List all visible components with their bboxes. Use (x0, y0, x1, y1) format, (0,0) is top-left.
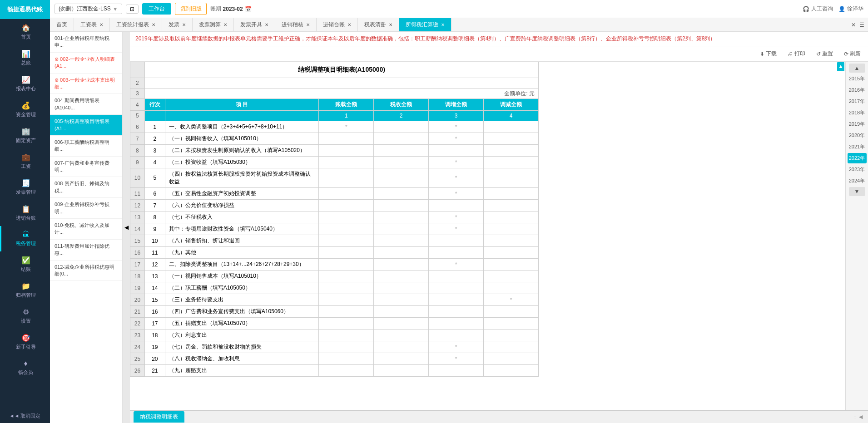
col2-cell[interactable] (374, 341, 429, 353)
sidebar-item-salary[interactable]: 💼 工资 (0, 148, 50, 174)
col3-cell[interactable]: * (429, 212, 484, 223)
col3-cell[interactable] (429, 145, 484, 157)
col4-cell[interactable] (484, 318, 539, 330)
close-tab-income-tax[interactable]: ✕ (441, 22, 445, 27)
user-section[interactable]: 👤 徐泽华 (838, 5, 863, 13)
close-tab-invoice-calc[interactable]: ✕ (223, 22, 227, 27)
col4-cell[interactable] (484, 341, 539, 353)
col3-cell[interactable] (429, 294, 484, 306)
close-tab-invoice-open[interactable]: ✕ (265, 22, 268, 27)
item-cell[interactable]: （四）按权益法核算长期股权投资对初始投资成本调整确认收益 (165, 168, 319, 188)
tab-purchase-check[interactable]: 进销稽核✕ (275, 18, 317, 31)
year-2020[interactable]: 2020年 (848, 130, 867, 141)
col4-cell[interactable] (484, 365, 539, 377)
left-item-010[interactable]: 010-免税、减计收入及加计... (50, 219, 122, 240)
company-selector[interactable]: (勿删）江西股金-LSS ▼ (55, 4, 122, 14)
col3-cell[interactable]: * (429, 121, 484, 133)
col3-cell[interactable] (429, 200, 484, 212)
item-cell[interactable]: （二）职工薪酬（填写A105050） (165, 282, 319, 294)
col2-cell[interactable] (374, 365, 429, 377)
calendar-icon[interactable]: 📅 (245, 6, 252, 12)
col4-cell[interactable] (484, 212, 539, 223)
col2-cell[interactable] (374, 318, 429, 330)
col4-cell[interactable]: * (484, 294, 539, 306)
col2-cell[interactable] (374, 294, 429, 306)
copy-button[interactable]: ⊡ (126, 5, 139, 14)
sidebar-item-invoice[interactable]: 🧾 发票管理 (0, 174, 50, 200)
col2-cell[interactable] (374, 259, 429, 271)
tab-purchase-ledger[interactable]: 进销台账✕ (317, 18, 358, 31)
col1-cell[interactable] (319, 330, 374, 341)
item-cell[interactable]: （九）贿赂支出 (165, 365, 319, 377)
col4-cell[interactable] (484, 121, 539, 133)
col4-cell[interactable] (484, 259, 539, 271)
collapse-handle[interactable]: ◀ (123, 32, 130, 423)
sidebar-item-purchase[interactable]: 📋 进销台账 (0, 200, 50, 226)
support-section[interactable]: 🎧 人工咨询 (803, 5, 833, 13)
col1-cell[interactable] (319, 200, 374, 212)
col3-cell[interactable]: * (429, 188, 484, 200)
col2-cell[interactable] (374, 133, 429, 145)
left-item-012[interactable]: 012-减免企业所得税优惠明细(0... (50, 261, 122, 281)
tabs-menu-icon[interactable]: ☰ (859, 22, 864, 28)
item-cell[interactable]: （一）视同销售成本（填写A105010） (165, 271, 319, 282)
col1-cell[interactable] (319, 157, 374, 168)
sidebar-item-close[interactable]: ✅ 结账 (0, 251, 50, 277)
item-cell[interactable]: （一）视同销售收入（填写A105010） (165, 133, 319, 145)
close-tab-purchase-check[interactable]: ✕ (306, 22, 310, 27)
col2-cell[interactable] (374, 271, 429, 282)
tab-income-tax[interactable]: 所得税汇算缴✕ (399, 18, 451, 31)
sheet-container[interactable]: 纳税调整项目明细表(A105000) 2 3 全额单位: 元 (130, 62, 845, 410)
tab-salary-report[interactable]: 工资统计报表✕ (110, 18, 162, 31)
col1-cell[interactable]: * (319, 121, 374, 133)
col4-cell[interactable] (484, 168, 539, 188)
col3-cell[interactable] (429, 271, 484, 282)
item-cell[interactable]: （九）其他 (165, 247, 319, 259)
col1-cell[interactable] (319, 212, 374, 223)
col4-cell[interactable] (484, 282, 539, 294)
col3-cell[interactable] (429, 235, 484, 247)
col1-cell[interactable] (319, 133, 374, 145)
col3-cell[interactable]: * (429, 133, 484, 145)
item-cell[interactable]: （五）交易性金融资产初始投资调整 (165, 188, 319, 200)
col2-cell[interactable] (374, 188, 429, 200)
col4-cell[interactable] (484, 306, 539, 318)
col2-cell[interactable] (374, 247, 429, 259)
col1-cell[interactable] (319, 145, 374, 157)
col1-cell[interactable] (319, 341, 374, 353)
sidebar-item-ledger[interactable]: 📊 总账 (0, 45, 50, 71)
item-cell[interactable]: （八）税收滞纳金、加收利息 (165, 353, 319, 365)
close-tab-salary[interactable]: ✕ (99, 22, 103, 27)
year-2017[interactable]: 2017年 (848, 96, 867, 107)
col1-cell[interactable] (319, 188, 374, 200)
year-2015[interactable]: 2015年 (848, 74, 867, 84)
col2-cell[interactable] (374, 200, 429, 212)
close-tab-tax-list[interactable]: ✕ (389, 22, 392, 27)
download-button[interactable]: ⬇ 下载 (757, 49, 779, 59)
sidebar-item-settings[interactable]: ⚙ 设置 (0, 303, 50, 329)
col3-cell[interactable] (429, 318, 484, 330)
col2-cell[interactable] (374, 235, 429, 247)
year-2019[interactable]: 2019年 (848, 119, 867, 129)
close-tab-salary-report[interactable]: ✕ (152, 22, 155, 27)
year-2018[interactable]: 2018年 (848, 108, 867, 118)
col1-cell[interactable] (319, 353, 374, 365)
col2-cell[interactable] (374, 212, 429, 223)
sidebar-item-assets[interactable]: 🏢 固定资产 (0, 123, 50, 148)
tab-tax-list[interactable]: 税表清册✕ (358, 18, 399, 31)
col1-cell[interactable] (319, 294, 374, 306)
left-item-008[interactable]: 008-资产折旧、摊销及纳税... (50, 177, 122, 198)
left-item-007[interactable]: 007-广告费和业务宣传费明... (50, 157, 122, 177)
col3-cell[interactable]: * (429, 259, 484, 271)
col2-cell[interactable] (374, 353, 429, 365)
tab-salary[interactable]: 工资表✕ (74, 18, 110, 31)
tab-invoice-calc[interactable]: 发票测算✕ (193, 18, 234, 31)
col3-cell[interactable] (429, 330, 484, 341)
col4-cell[interactable] (484, 200, 539, 212)
col3-cell[interactable]: * (429, 223, 484, 235)
item-cell[interactable]: （六）公允价值变动净损益 (165, 200, 319, 212)
sidebar-item-member[interactable]: ♦ 畅会员 (0, 355, 50, 380)
col1-cell[interactable] (319, 365, 374, 377)
col2-cell[interactable] (374, 121, 429, 133)
year-down-btn[interactable]: ▼ (849, 187, 865, 196)
